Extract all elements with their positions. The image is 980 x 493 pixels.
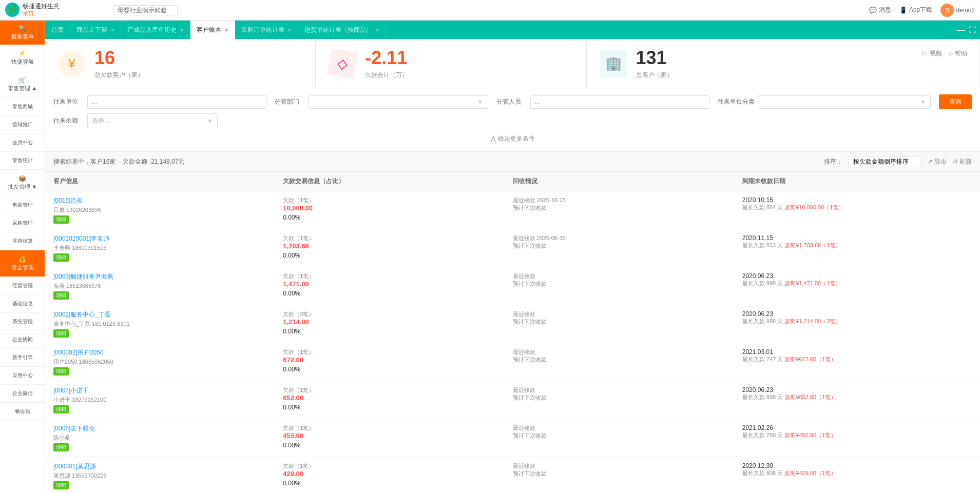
sidebar-item-wechat[interactable]: 企业微信 [0, 385, 45, 403]
stat-card-total-customers: 🏢 131 总客户（家） ▷ 视频 ⊙ 帮助 [587, 39, 980, 88]
debt-cell: 欠款（1笔） 1,703.68 0.00% [283, 234, 512, 259]
sidebar-item-collab[interactable]: 企业协同 [0, 331, 45, 349]
tab-close-icon[interactable]: ✕ [375, 27, 379, 33]
sidebar-item-system[interactable]: 系统管理 [0, 313, 45, 331]
next-payment: 预计下次收款 [513, 356, 742, 364]
debt-amount-value: 652.00 [283, 394, 512, 402]
due-date: 2020.06.23 [742, 272, 972, 280]
sidebar-item-wholesale[interactable]: 📦批发管理 ▼ [0, 170, 45, 196]
due-cell: 2020.10.15 最长欠款 884 天 超期¥10,000.00（1笔） [742, 196, 972, 211]
debt-ratio-value: 0.00% [283, 290, 512, 297]
sidebar-item-member[interactable]: 会员中心 [0, 134, 45, 152]
recovery-cell: 最近收款 2020-06-30 预计下次收款 [513, 234, 742, 250]
top-bar-mid: 母婴行业演示账套 [113, 5, 864, 15]
sidebar-item-retail-mgmt[interactable]: 🛒零售管理 ▲ [0, 71, 45, 98]
client-name-link[interactable]: [000002]用户2050 [53, 349, 103, 356]
overdue-amount-link[interactable]: 超期¥1,471.00（1笔） [784, 280, 841, 286]
sidebar-item-guide[interactable]: 新手引导 [0, 349, 45, 367]
tab-product-history[interactable]: 产成品入库单历史 ✕ [121, 21, 190, 39]
collapse-btn[interactable]: ⋀ 收起更多条件 [491, 134, 535, 143]
next-payment: 预计下次收款 [513, 280, 742, 288]
filter-dept-select[interactable]: ▼ [309, 95, 488, 109]
help-btn[interactable]: ⊙ 帮助 [948, 49, 967, 58]
sidebar-item-basic-info[interactable]: 基础信息 [0, 295, 45, 313]
next-payment: 预计下次收款 [513, 394, 742, 402]
overdue-amount-link[interactable]: 超期¥455.90（1笔） [784, 432, 836, 438]
export-btn[interactable]: ↗ 导出 [928, 157, 947, 166]
client-info-cell: [000001]黄思源 黄思源 13552700226 现销 [53, 462, 283, 489]
industry-select[interactable]: 母婴行业演示账套 [113, 5, 178, 15]
client-name-link[interactable]: [0006]去下粮仓 [53, 425, 95, 432]
refresh-btn[interactable]: ↺ 刷新 [953, 157, 972, 166]
sidebar-item-purchase[interactable]: 采购管理 [0, 214, 45, 232]
debt-amount-value: 1,471.00 [283, 280, 512, 288]
filter-party-label: 往来单位 [53, 97, 84, 106]
tab-close-icon[interactable]: ✕ [180, 27, 184, 33]
filter-category-select[interactable]: ▼ [758, 95, 931, 109]
sidebar-item-search[interactable]: 🔍 搜索菜单 [0, 21, 45, 45]
tab-close-icon[interactable]: ✕ [224, 27, 228, 33]
sidebar-item-retail-stats[interactable]: 零售统计 [0, 152, 45, 170]
last-payment: 最近收款 [513, 386, 742, 394]
sidebar-item-member2[interactable]: 畅会员 [0, 403, 45, 421]
message-icon: 💬 [869, 7, 877, 14]
tab-close-icon[interactable]: ✕ [287, 27, 292, 33]
sidebar-item-retail-store[interactable]: 零售商城 [0, 98, 45, 116]
debt-ratio-value: 0.00% [283, 442, 512, 449]
sidebar-item-marketing[interactable]: 营销推广 [0, 116, 45, 134]
client-name-link[interactable]: [000001]黄思源 [53, 463, 96, 470]
results-bar: 搜索结果中，客户16家 欠款金额 -21,148.07元 排序： 按欠款金额倒序… [45, 152, 980, 172]
overdue-amount-link[interactable]: 超期¥10,000.00（1笔） [784, 204, 844, 210]
tab-product-shelf[interactable]: 商品上下架 ✕ [70, 21, 121, 39]
client-name-link[interactable]: [0016]吕俊 [53, 197, 83, 204]
due-date: 2021.03.01 [742, 348, 972, 356]
overdue-amount-link[interactable]: 超期¥1,703.68（1笔） [784, 242, 841, 248]
video-btn[interactable]: ▷ 视频 [921, 49, 941, 58]
app-download-btn[interactable]: 📱 App下载 [899, 6, 932, 14]
debt-ratio-value: 0.00% [283, 480, 512, 487]
sidebar-item-quick-nav[interactable]: ⚡快捷导航 [0, 45, 45, 71]
overdue-days: 最长欠款 998 天 超期¥1,214.00（3笔） [742, 318, 972, 325]
tab-home[interactable]: 首页 [45, 21, 70, 39]
overdue-amount-link[interactable]: 超期¥672.00（1笔） [784, 356, 836, 362]
message-btn[interactable]: 💬 消息 [869, 6, 891, 14]
tab-close-icon[interactable]: ✕ [110, 27, 114, 33]
client-name-link[interactable]: [0003]畅捷服务尹海燕 [53, 273, 113, 280]
last-payment: 最近收款 [513, 462, 742, 470]
sidebar-item-operations[interactable]: 经营管理 [0, 277, 45, 295]
debt-count-label: 欠款（1笔） [283, 386, 512, 394]
debt-amount-value: 1,703.68 [283, 242, 512, 250]
tab-purchase-goods[interactable]: 进货单统计表（按商品） ✕ [298, 21, 386, 39]
tab-customer-account[interactable]: 客户账本 ✕ [190, 21, 235, 39]
filter-person-input[interactable]: ... [530, 95, 709, 109]
filter-balance-select[interactable]: 选择... ▼ [87, 113, 218, 128]
mobile-icon: 📱 [899, 7, 907, 14]
tab-purchase-stats[interactable]: 采购订单统计表 ✕ [235, 21, 298, 39]
filter-party-input[interactable]: ... [87, 95, 266, 109]
client-name-link[interactable]: [0001020001]李老师 [53, 235, 109, 242]
overdue-amount-link[interactable]: 超期¥1,214.00（3笔） [784, 318, 841, 324]
collapse-row: ⋀ 收起更多条件 [53, 132, 972, 145]
user-menu[interactable]: D demo2 [940, 4, 975, 17]
sidebar-item-inventory[interactable]: 库存核算 [0, 232, 45, 250]
due-date: 2020.06.23 [742, 386, 972, 393]
overdue-days: 最长欠款 998 天 超期¥1,471.00（1笔） [742, 280, 972, 287]
overdue-amount-link[interactable]: 超期¥429.00（1笔） [784, 470, 836, 476]
client-info-cell: [0016]吕俊 吕俊 13026203696 现销 [53, 196, 283, 224]
overdue-amount-link[interactable]: 超期¥652.00（1笔） [784, 394, 836, 400]
sidebar-item-ecommerce[interactable]: 电商管理 [0, 196, 45, 214]
maximize-icon[interactable]: ⛶ [969, 26, 976, 34]
search-btn[interactable]: 查询 [939, 94, 972, 109]
sort-select[interactable]: 按欠款金额倒序排序 [849, 156, 921, 167]
client-name-link[interactable]: [0007]小进干 [53, 387, 89, 394]
debt-amount-value: 10,000.00 [283, 204, 512, 212]
table-row: [0016]吕俊 吕俊 13026203696 现销 欠款（1笔） 10,000… [45, 191, 980, 229]
sidebar-item-finance[interactable]: 💰资金管理 [0, 250, 45, 277]
table-row: [0001020001]李老师 李老师 18600391516 现销 欠款（1笔… [45, 229, 980, 267]
client-name-link[interactable]: [0002]服务中心_丁磊 [53, 311, 111, 318]
table-row: [0003]畅捷服务尹海燕 海燕 18513066976 现销 欠款（1笔） 1… [45, 267, 980, 305]
minimize-icon[interactable]: — [957, 26, 965, 34]
debt-count-label: 欠款（3笔） [283, 310, 512, 318]
table-row: [0002]服务中心_丁磊 服务中心_丁磊 181 0125 8371 现销 欠… [45, 305, 980, 343]
sidebar-item-apps[interactable]: 应用中心 [0, 367, 45, 385]
